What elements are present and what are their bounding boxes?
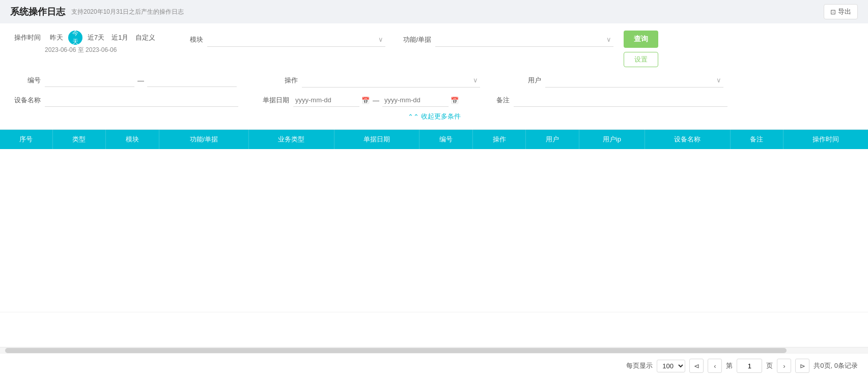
page-number-input[interactable] xyxy=(737,359,762,373)
query-button[interactable]: 查询 xyxy=(624,31,658,48)
scrollbar-area[interactable] xyxy=(0,347,868,353)
scrollbar-thumb[interactable] xyxy=(5,348,787,353)
empty-cell xyxy=(0,149,868,312)
collapse-button[interactable]: ⌃⌃ 收起更多条件 xyxy=(408,112,461,121)
col-op-time: 操作时间 xyxy=(783,130,868,149)
page-label: 第 xyxy=(726,361,733,370)
nav-prev-button[interactable]: ‹ xyxy=(708,359,722,373)
page-total: 共0页, 0条记录 xyxy=(814,361,858,370)
doc-date-to[interactable] xyxy=(382,94,449,107)
id-label: 编号 xyxy=(10,76,41,85)
col-seq: 序号 xyxy=(0,130,52,149)
operation-label: 操作 xyxy=(267,76,298,85)
page-unit-label: 页 xyxy=(766,361,773,370)
function-label: 功能/单据 xyxy=(401,35,431,44)
time-btn-today[interactable]: 今天 xyxy=(68,31,82,45)
user-select[interactable]: ∨ xyxy=(545,73,723,88)
action-buttons: 查询 设置 xyxy=(624,31,658,67)
table-section: 序号 类型 模块 功能/单据 业务类型 单据日期 编号 操作 用户 用户ip 设… xyxy=(0,130,868,347)
module-label: 模块 xyxy=(173,35,203,44)
col-function: 功能/单据 xyxy=(159,130,248,149)
col-user-ip: 用户ip xyxy=(579,130,645,149)
function-select[interactable]: ∨ xyxy=(435,33,613,47)
pagination: 每页显示 100 10 20 50 200 ⊲ ‹ 第 页 › ⊳ 共0页, 0… xyxy=(0,353,868,378)
operation-select[interactable]: ∨ xyxy=(302,73,480,88)
calendar-to-icon[interactable]: 📅 xyxy=(451,97,459,104)
col-id: 编号 xyxy=(419,130,472,149)
module-select[interactable]: ∨ xyxy=(207,33,385,47)
page-size-label: 每页显示 xyxy=(626,361,653,370)
col-module: 模块 xyxy=(106,130,159,149)
collapse-row: ⌃⌃ 收起更多条件 xyxy=(10,110,858,124)
device-input[interactable] xyxy=(45,94,238,107)
user-chevron-icon: ∨ xyxy=(716,76,721,84)
module-chevron-icon: ∨ xyxy=(378,36,383,43)
data-table: 序号 类型 模块 功能/单据 业务类型 单据日期 编号 操作 用户 用户ip 设… xyxy=(0,130,868,312)
col-operation: 操作 xyxy=(472,130,525,149)
time-label: 操作时间 xyxy=(10,33,41,42)
nav-first-button[interactable]: ⊲ xyxy=(689,359,704,373)
col-doc-date: 单据日期 xyxy=(334,130,419,149)
collapse-label: 收起更多条件 xyxy=(421,112,461,121)
empty-row xyxy=(0,149,868,312)
col-type: 类型 xyxy=(52,130,105,149)
id-dash: — xyxy=(137,77,144,84)
operation-chevron-icon: ∨ xyxy=(473,76,478,84)
time-btn-custom[interactable]: 自定义 xyxy=(133,32,157,43)
nav-next-button[interactable]: › xyxy=(777,359,791,373)
table-header-row: 序号 类型 模块 功能/单据 业务类型 单据日期 编号 操作 用户 用户ip 设… xyxy=(0,130,868,149)
remark-input[interactable] xyxy=(514,94,727,107)
calendar-from-icon[interactable]: 📅 xyxy=(361,97,370,104)
page-size-select[interactable]: 100 10 20 50 200 xyxy=(657,360,685,372)
id-input-to[interactable] xyxy=(147,74,237,87)
export-icon: ⊡ xyxy=(830,8,836,16)
export-label: 导出 xyxy=(838,7,851,16)
doc-date-from[interactable] xyxy=(293,94,359,107)
time-btn-7days[interactable]: 近7天 xyxy=(86,32,106,43)
col-user: 用户 xyxy=(526,130,579,149)
export-button[interactable]: ⊡ 导出 xyxy=(824,4,858,19)
doc-date-dash: — xyxy=(373,97,379,104)
page-title: 系统操作日志 xyxy=(10,6,65,18)
col-biz-type: 业务类型 xyxy=(249,130,334,149)
date-range-display: 2023-06-06 至 2023-06-06 xyxy=(45,46,117,53)
filter-area: 操作时间 昨天 今天 近7天 近1月 自定义 2023-06-06 至 2023… xyxy=(0,23,868,130)
doc-date-label: 单据日期 xyxy=(259,96,289,105)
function-chevron-icon: ∨ xyxy=(606,36,611,43)
page-header: 系统操作日志 支持2020年10月31日之后产生的操作日志 ⊡ 导出 xyxy=(0,0,868,23)
id-input-from[interactable] xyxy=(45,74,134,87)
col-device: 设备名称 xyxy=(645,130,730,149)
col-remark: 备注 xyxy=(730,130,783,149)
page-subtitle: 支持2020年10月31日之后产生的操作日志 xyxy=(71,8,184,16)
collapse-icon: ⌃⌃ xyxy=(408,113,419,121)
device-label: 设备名称 xyxy=(10,96,41,105)
nav-last-button[interactable]: ⊳ xyxy=(795,359,809,373)
page-wrapper: 系统操作日志 支持2020年10月31日之后产生的操作日志 ⊡ 导出 操作时间 … xyxy=(0,0,868,378)
user-label: 用户 xyxy=(511,76,541,85)
time-btn-yesterday[interactable]: 昨天 xyxy=(48,32,65,43)
settings-button[interactable]: 设置 xyxy=(624,52,658,67)
time-btn-1month[interactable]: 近1月 xyxy=(109,32,130,43)
remark-label: 备注 xyxy=(479,96,510,105)
table-body xyxy=(0,149,868,312)
